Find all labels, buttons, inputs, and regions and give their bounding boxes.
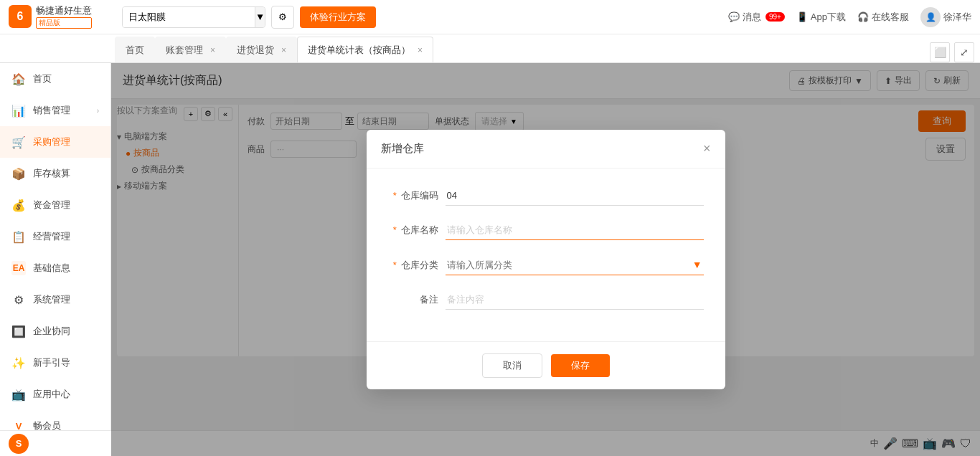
guide-icon: ✨ <box>11 356 26 370</box>
messages-badge: 99+ <box>765 12 785 22</box>
tab-account[interactable]: 账套管理 × <box>155 37 226 62</box>
dialog-title: 新增仓库 <box>381 142 424 156</box>
tab-account-close[interactable]: × <box>210 45 215 55</box>
tab-restore-btn[interactable]: ⬜ <box>930 42 950 62</box>
username-label: 徐泽华 <box>943 11 971 24</box>
sidebar-item-purchase[interactable]: 🛒 采购管理 <box>0 126 110 158</box>
sidebar-basic-info-label: 基础信息 <box>33 262 70 275</box>
messages-label: 消息 <box>743 11 761 24</box>
sidebar-item-finance[interactable]: 💰 资金管理 <box>0 189 110 221</box>
category-arrow-icon: ▼ <box>692 259 702 270</box>
online-service-label: 在线客服 <box>872 11 909 24</box>
trial-button[interactable]: 体验行业方案 <box>300 6 376 28</box>
sidebar-system-label: 系统管理 <box>33 293 70 306</box>
sidebar-item-app-center[interactable]: 📺 应用中心 <box>0 379 110 410</box>
category-input[interactable] <box>447 260 692 270</box>
logo-icon: 6 <box>9 5 32 28</box>
tab-bar: 首页 账套管理 × 进货退货 × 进货单统计表（按商品） × ⬜ ⤢ <box>0 34 980 63</box>
dialog-close-btn[interactable]: × <box>703 141 711 156</box>
sidebar-item-basic-info[interactable]: EA 基础信息 <box>0 252 110 284</box>
app-center-icon: 📺 <box>11 387 26 402</box>
tab-purchase-return[interactable]: 进货退货 × <box>226 37 297 62</box>
tab-purchase-return-label: 进货退货 <box>237 44 274 57</box>
s-label: S <box>16 438 22 449</box>
form-row-name: * 仓库名称 <box>388 220 704 240</box>
logo-text-area: 畅捷通好生意 精品版 <box>36 5 92 29</box>
tab-bar-right: ⬜ ⤢ <box>930 42 980 62</box>
save-button[interactable]: 保存 <box>551 354 610 377</box>
tab-home[interactable]: 首页 <box>115 37 155 62</box>
tab-expand-btn[interactable]: ⤢ <box>954 42 974 62</box>
modal-overlay[interactable]: 新增仓库 × * 仓库编码 * <box>111 63 980 456</box>
category-select[interactable]: ▼ <box>446 255 704 275</box>
form-row-code: * 仓库编码 <box>388 186 704 206</box>
gear-button[interactable]: ⚙ <box>271 6 294 29</box>
sidebar-guide-label: 新手引导 <box>33 356 70 369</box>
code-required-star: * <box>393 190 397 201</box>
content-area: 进货单统计(按商品) 🖨 按模板打印 ▼ ⬆ 导出 ↻ 刷新 <box>111 63 980 456</box>
search-input[interactable] <box>123 7 255 27</box>
online-service-item[interactable]: 🎧 在线客服 <box>857 11 909 24</box>
logo-area: 6 畅捷通好生意 精品版 <box>9 5 116 29</box>
sidebar-item-system[interactable]: ⚙ 系统管理 <box>0 284 110 315</box>
new-warehouse-dialog: 新增仓库 × * 仓库编码 * <box>367 130 725 389</box>
user-avatar: 👤 <box>920 7 941 27</box>
messages-item[interactable]: 💬 消息 99+ <box>728 11 785 24</box>
code-label: * 仓库编码 <box>388 189 446 202</box>
sidebar-item-operations[interactable]: 📋 经营管理 <box>0 221 110 252</box>
category-required-star: * <box>393 260 397 270</box>
finance-icon: 💰 <box>11 198 26 212</box>
sidebar-item-guide[interactable]: ✨ 新手引导 <box>0 347 110 379</box>
message-icon: 💬 <box>728 11 740 22</box>
code-input[interactable] <box>446 186 704 206</box>
cancel-button[interactable]: 取消 <box>482 353 542 378</box>
sidebar: 🏠 首页 📊 销售管理 › 🛒 采购管理 📦 库存核算 💰 资金管理 📋 经营管… <box>0 63 111 456</box>
tab-purchase-stats[interactable]: 进货单统计表（按商品） × <box>297 37 433 62</box>
form-row-category: * 仓库分类 ▼ <box>388 255 704 275</box>
tab-account-label: 账套管理 <box>166 44 203 57</box>
app-download-label: App下载 <box>811 11 846 24</box>
top-header: 6 畅捷通好生意 精品版 ▼ ⚙ 体验行业方案 💬 消息 99+ 📱 App下载… <box>0 0 980 34</box>
sidebar-enterprise-label: 企业协同 <box>33 325 70 338</box>
sidebar-inventory-label: 库存核算 <box>33 167 70 180</box>
search-dropdown-btn[interactable]: ▼ <box>255 7 265 27</box>
dialog-footer: 取消 保存 <box>367 341 725 389</box>
s-brand-icon: S <box>9 434 29 454</box>
headset-icon: 🎧 <box>857 11 869 22</box>
operations-icon: 📋 <box>11 229 26 244</box>
sidebar-item-sales[interactable]: 📊 销售管理 › <box>0 95 110 126</box>
sidebar-item-inventory[interactable]: 📦 库存核算 <box>0 158 110 189</box>
sidebar-purchase-label: 采购管理 <box>33 136 70 148</box>
sidebar-finance-label: 资金管理 <box>33 199 70 212</box>
phone-icon: 📱 <box>796 11 808 22</box>
home-icon: 🏠 <box>11 72 26 86</box>
header-right: 💬 消息 99+ 📱 App下载 🎧 在线客服 👤 徐泽华 <box>728 7 971 27</box>
app-download-item[interactable]: 📱 App下载 <box>796 11 846 24</box>
remark-input[interactable] <box>446 290 704 310</box>
purchase-icon: 🛒 <box>11 135 26 149</box>
name-required-star: * <box>393 224 397 235</box>
name-label: * 仓库名称 <box>388 224 446 237</box>
sidebar-home-label: 首页 <box>33 72 52 85</box>
form-row-remark: 备注 <box>388 290 704 310</box>
sidebar-item-home[interactable]: 🏠 首页 <box>0 63 110 95</box>
enterprise-icon: 🔲 <box>11 324 26 338</box>
tab-purchase-return-close[interactable]: × <box>281 45 286 55</box>
sidebar-sales-label: 销售管理 <box>33 104 70 117</box>
sales-toggle-icon: › <box>97 107 99 115</box>
bottom-left-icons: S <box>9 434 29 454</box>
tab-purchase-stats-close[interactable]: × <box>418 45 423 55</box>
sidebar-item-enterprise[interactable]: 🔲 企业协同 <box>0 315 110 347</box>
sidebar-app-center-label: 应用中心 <box>33 388 70 401</box>
remark-label: 备注 <box>388 293 446 306</box>
tab-home-label: 首页 <box>126 44 144 57</box>
name-input[interactable] <box>446 220 704 240</box>
search-area[interactable]: ▼ <box>122 6 265 28</box>
basic-info-icon: EA <box>11 261 26 275</box>
category-label: * 仓库分类 <box>388 259 446 272</box>
dialog-header: 新增仓库 × <box>367 130 725 168</box>
inventory-icon: 📦 <box>11 166 26 181</box>
user-item[interactable]: 👤 徐泽华 <box>920 7 971 27</box>
dialog-body: * 仓库编码 * 仓库名称 <box>367 168 725 341</box>
tab-purchase-stats-label: 进货单统计表（按商品） <box>308 44 410 57</box>
